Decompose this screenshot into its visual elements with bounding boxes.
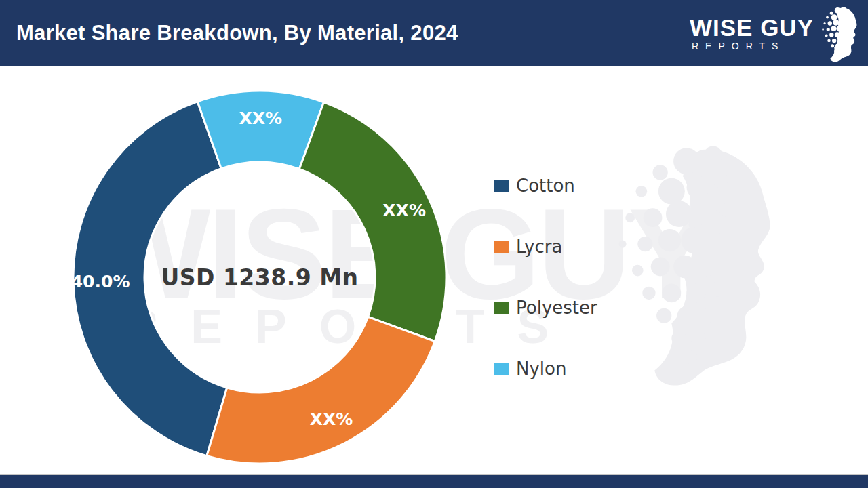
legend-item-cotton: Cotton xyxy=(494,175,597,197)
segment-label-nylon: XX% xyxy=(239,108,282,128)
legend-label: Cotton xyxy=(516,176,575,196)
segment-label-polyester: XX% xyxy=(382,201,426,220)
header-bar: Market Share Breakdown, By Material, 202… xyxy=(0,0,868,66)
footer-bar xyxy=(0,474,868,488)
legend-swatch-cotton xyxy=(494,180,509,192)
infographic-page: Market Share Breakdown, By Material, 202… xyxy=(0,0,868,488)
chart-legend: CottonLycraPolyesterNylon xyxy=(494,175,597,380)
donut-chart: WISE GUYREPORTS40.0%XX%XX%XX%USD 1238.9 … xyxy=(0,66,868,474)
logo-wordmark: WISE GUY xyxy=(690,16,814,39)
logo-subtitle: REPORTS xyxy=(692,41,785,51)
legend-label: Polyester xyxy=(516,298,597,318)
page-title: Market Share Breakdown, By Material, 202… xyxy=(16,21,458,45)
segment-label-cotton: 40.0% xyxy=(71,272,130,291)
legend-swatch-lycra xyxy=(494,241,509,253)
donut-center-value: USD 1238.9 Mn xyxy=(161,264,358,291)
legend-label: Nylon xyxy=(516,359,566,379)
legend-item-polyester: Polyester xyxy=(494,297,597,319)
wise-guy-logo: WISE GUY REPORTS xyxy=(690,5,859,62)
logo-text: WISE GUY REPORTS xyxy=(690,16,814,51)
segment-label-lycra: XX% xyxy=(310,409,353,429)
chart-area: WISE GUYREPORTS40.0%XX%XX%XX%USD 1238.9 … xyxy=(0,66,868,474)
legend-item-lycra: Lycra xyxy=(494,236,597,258)
legend-item-nylon: Nylon xyxy=(494,358,597,380)
legend-swatch-nylon xyxy=(494,363,509,375)
legend-label: Lycra xyxy=(516,237,562,257)
face-profile-dots-icon xyxy=(815,6,859,62)
legend-swatch-polyester xyxy=(494,302,509,314)
